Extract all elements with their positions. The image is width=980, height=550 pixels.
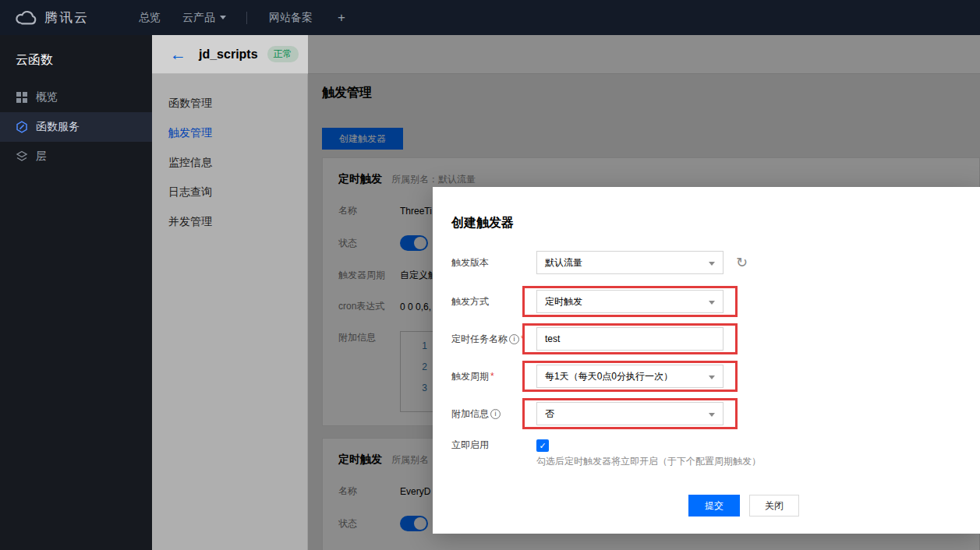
brand-text: 腾讯云 (44, 9, 89, 26)
annotation-box: 每1天（每天0点0分执行一次） (522, 361, 738, 392)
tencent-cloud-logo[interactable]: 腾讯云 (0, 9, 117, 26)
chevron-down-icon (709, 301, 715, 305)
close-button[interactable]: 关闭 (749, 495, 799, 517)
trigger-version-select[interactable]: 默认流量 (536, 251, 724, 274)
sidebar-item-overview[interactable]: 概览 (0, 83, 152, 112)
product-title: 云函数 (0, 35, 152, 83)
sidebar-item-label: 概览 (36, 90, 58, 104)
info-icon[interactable]: i (490, 409, 501, 419)
subnav-item-log-query[interactable]: 日志查询 (152, 177, 307, 206)
subnav-item-trigger-management[interactable]: 触发管理 (152, 118, 307, 147)
nav-item-cloud-products[interactable]: 云产品 (182, 11, 226, 25)
function-icon (16, 121, 28, 133)
cloud-logo-icon (14, 9, 37, 26)
field-label: 触发器周期 (338, 269, 400, 282)
field-label: 名称 (338, 485, 400, 498)
trigger-alias: 所属别名 (391, 453, 429, 467)
grid-icon (16, 91, 28, 104)
trigger-type: 定时触发 (338, 172, 382, 186)
nav-divider (246, 12, 247, 24)
sidebar-item-label: 层 (36, 150, 47, 164)
status-badge: 正常 (267, 46, 299, 62)
status-toggle[interactable] (400, 516, 428, 531)
field-label: 状态 (338, 517, 400, 531)
editor-line-numbers: 1 2 3 (401, 336, 427, 411)
annotation-box: test (522, 323, 738, 354)
modal-title: 创建触发器 (451, 215, 980, 231)
create-trigger-button[interactable]: 创建触发器 (322, 128, 403, 150)
field-label: 触发版本 (451, 256, 536, 270)
status-toggle[interactable] (400, 235, 428, 251)
annotation-box: 否 (522, 398, 738, 429)
subnav-item-function-management[interactable]: 函数管理 (152, 88, 307, 118)
trigger-alias: 所属别名：默认流量 (391, 173, 476, 186)
enable-checkbox[interactable]: ✓ (536, 439, 549, 452)
chevron-down-icon (709, 375, 715, 379)
layers-icon (16, 150, 28, 163)
page-title: 触发管理 (322, 85, 980, 101)
sidebar-item-label: 函数服务 (36, 120, 80, 134)
field-label: 附加信息 (338, 331, 400, 344)
left-sidebar: 云函数 概览 函数服务 层 (0, 35, 152, 550)
field-label: cron表达式 (338, 300, 400, 313)
trigger-period-value: 自定义触 (400, 269, 437, 282)
field-label: 名称 (338, 204, 400, 217)
required-mark: * (490, 371, 494, 382)
annotation-box: 定时触发 (522, 286, 738, 317)
cron-expression-value: 0 0 0,6, (400, 301, 431, 312)
back-arrow-icon[interactable]: ← (170, 46, 186, 62)
chevron-down-icon (709, 413, 715, 417)
trigger-name-value: ThreeTi (400, 206, 432, 217)
task-name-input[interactable]: test (536, 327, 724, 351)
info-icon[interactable]: i (509, 334, 519, 344)
trigger-method-select[interactable]: 定时触发 (536, 290, 724, 313)
nav-item-overview[interactable]: 总览 (139, 11, 161, 25)
function-header: ← jd_scripts 正常 (152, 35, 980, 74)
function-subnav: 函数管理 触发管理 监控信息 日志查询 并发管理 (152, 74, 308, 550)
sidebar-item-function-service[interactable]: 函数服务 (0, 112, 152, 142)
extra-info-select[interactable]: 否 (536, 402, 724, 425)
subnav-item-concurrency[interactable]: 并发管理 (152, 206, 307, 236)
trigger-name-value: EveryD (400, 486, 430, 497)
top-nav: 腾讯云 总览 云产品 网站备案 + (0, 0, 980, 35)
trigger-type: 定时触发 (338, 453, 382, 467)
create-trigger-modal: 创建触发器 触发版本 默认流量 ↻ 触发方式 定时触发 定时任务名称i* tes… (433, 187, 980, 534)
submit-button[interactable]: 提交 (688, 495, 740, 517)
refresh-icon[interactable]: ↻ (736, 256, 748, 270)
sidebar-item-layers[interactable]: 层 (0, 142, 152, 171)
field-label: 立即启用 (451, 439, 536, 452)
field-label: 状态 (338, 237, 400, 250)
enable-hint: 勾选后定时触发器将立即开启（于下个配置周期触发） (536, 455, 980, 468)
nav-item-icp-filing[interactable]: 网站备案 (269, 11, 313, 25)
add-tab-button[interactable]: + (338, 10, 345, 26)
function-name: jd_scripts (199, 48, 258, 62)
chevron-down-icon (220, 16, 226, 19)
subnav-item-monitoring[interactable]: 监控信息 (152, 147, 307, 177)
chevron-down-icon (709, 262, 715, 266)
trigger-cycle-select[interactable]: 每1天（每天0点0分执行一次） (536, 365, 724, 388)
